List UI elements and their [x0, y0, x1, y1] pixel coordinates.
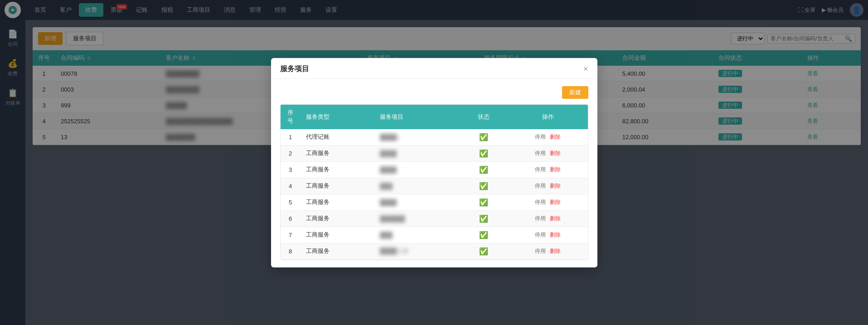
stop-button[interactable]: 停用 [535, 199, 546, 205]
status-check-icon: ✅ [479, 199, 488, 206]
status-check-icon: ✅ [479, 150, 488, 157]
modal-table-row: 2 工商服务 ████ ✅ 停用 删除 [281, 145, 588, 161]
modal-cell-action: 停用 删除 [508, 210, 588, 227]
modal-table-row: 8 工商服务 ████注册 ✅ 停用 删除 [281, 243, 588, 259]
delete-button[interactable]: 删除 [550, 134, 561, 140]
modal-cell-item: ████ [374, 194, 459, 210]
modal-title: 服务项目 [280, 64, 309, 74]
stop-button[interactable]: 停用 [535, 134, 546, 140]
status-check-icon: ✅ [479, 215, 488, 223]
modal-cell-index: 1 [281, 129, 301, 146]
modal-cell-status: ✅ [459, 178, 508, 194]
modal-cell-status: ✅ [459, 227, 508, 243]
modal-cell-item: ██████ [374, 210, 459, 227]
status-check-icon: ✅ [479, 182, 488, 190]
modal-table-row: 7 工商服务 ███ ✅ 停用 删除 [281, 227, 588, 243]
delete-button[interactable]: 删除 [550, 150, 561, 156]
modal-table-wrap[interactable]: 序号 服务类型 服务项目 状态 操作 1 代理记账 ████1 ✅ 停用 删除 … [280, 104, 588, 260]
modal-cell-status: ✅ [459, 243, 508, 259]
delete-button[interactable]: 删除 [550, 215, 561, 222]
modal-cell-type: 工商服务 [301, 210, 375, 227]
modal-cell-action: 停用 删除 [508, 227, 588, 243]
modal-cell-type: 工商服务 [301, 161, 375, 178]
modal-cell-item: ███ [374, 227, 459, 243]
modal-cell-item: ████1 [374, 129, 459, 146]
status-check-icon: ✅ [479, 247, 488, 255]
modal-body: 新建 序号 服务类型 服务项目 状态 操作 1 代理记账 [271, 79, 597, 267]
modal-cell-index: 6 [281, 210, 301, 227]
modal-col-status: 状态 [459, 105, 508, 129]
modal-cell-action: 停用 删除 [508, 145, 588, 161]
stop-button[interactable]: 停用 [535, 248, 546, 254]
modal-cell-status: ✅ [459, 210, 508, 227]
modal-col-service-type: 服务类型 [301, 105, 375, 129]
delete-button[interactable]: 删除 [550, 166, 561, 173]
modal-cell-item: ████ [374, 145, 459, 161]
modal-col-action: 操作 [508, 105, 588, 129]
delete-button[interactable]: 删除 [550, 199, 561, 205]
modal-cell-type: 工商服务 [301, 243, 375, 259]
modal-table-row: 6 工商服务 ██████ ✅ 停用 删除 [281, 210, 588, 227]
stop-button[interactable]: 停用 [535, 166, 546, 173]
modal-cell-status: ✅ [459, 129, 508, 146]
modal-header: 服务项目 × [271, 58, 597, 79]
modal-table-row: 1 代理记账 ████1 ✅ 停用 删除 [281, 129, 588, 146]
modal-col-service-item: 服务项目 [374, 105, 459, 129]
modal-cell-type: 代理记账 [301, 129, 375, 146]
status-check-icon: ✅ [479, 166, 488, 174]
modal-cell-index: 5 [281, 194, 301, 210]
modal-cell-status: ✅ [459, 194, 508, 210]
modal-cell-item: ███ [374, 178, 459, 194]
service-items-modal: 服务项目 × 新建 序号 服务类型 服务项目 状态 操作 [271, 58, 597, 267]
modal-cell-action: 停用 删除 [508, 129, 588, 146]
modal-cell-action: 停用 删除 [508, 194, 588, 210]
stop-button[interactable]: 停用 [535, 183, 546, 189]
modal-new-button[interactable]: 新建 [562, 86, 588, 99]
modal-cell-index: 4 [281, 178, 301, 194]
modal-table-row: 4 工商服务 ███ ✅ 停用 删除 [281, 178, 588, 194]
modal-cell-index: 3 [281, 161, 301, 178]
modal-col-index: 序号 [281, 105, 301, 129]
modal-toolbar: 新建 [280, 86, 588, 99]
stop-button[interactable]: 停用 [535, 215, 546, 222]
modal-cell-type: 工商服务 [301, 194, 375, 210]
modal-cell-action: 停用 删除 [508, 243, 588, 259]
status-check-icon: ✅ [479, 133, 488, 141]
stop-button[interactable]: 停用 [535, 150, 546, 156]
modal-cell-index: 7 [281, 227, 301, 243]
status-check-icon: ✅ [479, 231, 488, 239]
modal-table-row: 5 工商服务 ████ ✅ 停用 删除 [281, 194, 588, 210]
modal-cell-status: ✅ [459, 145, 508, 161]
modal-cell-action: 停用 删除 [508, 178, 588, 194]
modal-cell-type: 工商服务 [301, 178, 375, 194]
modal-cell-action: 停用 删除 [508, 161, 588, 178]
delete-button[interactable]: 删除 [550, 183, 561, 189]
stop-button[interactable]: 停用 [535, 232, 546, 238]
modal-overlay[interactable]: 服务项目 × 新建 序号 服务类型 服务项目 状态 操作 [0, 0, 868, 325]
modal-cell-item: ████ [374, 161, 459, 178]
modal-cell-item: ████注册 [374, 243, 459, 259]
service-items-table: 序号 服务类型 服务项目 状态 操作 1 代理记账 ████1 ✅ 停用 删除 … [281, 105, 588, 260]
modal-cell-type: 工商服务 [301, 145, 375, 161]
modal-cell-type: 工商服务 [301, 227, 375, 243]
modal-cell-index: 8 [281, 243, 301, 259]
modal-table-row: 3 工商服务 ████ ✅ 停用 删除 [281, 161, 588, 178]
modal-close-button[interactable]: × [583, 65, 588, 73]
modal-cell-status: ✅ [459, 161, 508, 178]
modal-cell-index: 2 [281, 145, 301, 161]
delete-button[interactable]: 删除 [550, 248, 561, 254]
delete-button[interactable]: 删除 [550, 232, 561, 238]
